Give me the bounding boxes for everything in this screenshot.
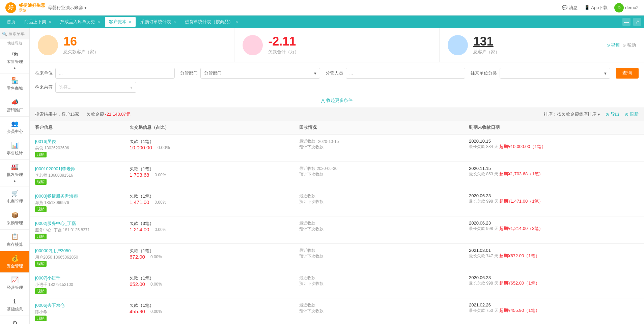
operations-icon: 📈: [11, 276, 19, 284]
nav-expand-btn[interactable]: ⤢: [633, 18, 641, 26]
debt-cell-7: 欠款（1笔） 455.90 0.00%: [130, 302, 299, 314]
unit-category-input[interactable]: ▾: [500, 68, 610, 79]
customer-phone: 李老师 18600391516: [35, 173, 130, 178]
ecommerce-icon: 🛒: [11, 190, 19, 197]
customer-cell-6: [0007]小进千 小进千 18279152100 现销: [35, 275, 130, 294]
return-cell-7: 最近收款 预计下次收款: [299, 302, 469, 314]
export-btn[interactable]: ⊙ 导出: [606, 111, 619, 117]
sidebar-search[interactable]: 🔍 搜索菜单: [0, 28, 29, 39]
stat-info-amount: -2.11 欠款合计（万）: [268, 35, 299, 55]
help-btn[interactable]: ⊙ 帮助: [622, 42, 636, 48]
customer-cell-2: [0001020001]李老师 李老师 18600391516 现销: [35, 166, 130, 185]
message-btn[interactable]: 💬 消息: [562, 5, 578, 11]
collapse-filters-btn[interactable]: ⋀ 收起更多条件: [35, 96, 639, 105]
sidebar-item-finance[interactable]: 💰 资金管理: [0, 251, 29, 273]
dept-input[interactable]: 分管部门 ▾: [200, 68, 320, 79]
sidebar-item-inventory[interactable]: 📋 库存核算: [0, 230, 29, 251]
stats-icon: 📊: [11, 142, 19, 149]
customer-cell-1: [0016]吴俊 吴俊 13026203696 现销: [35, 139, 130, 157]
tab-production-history[interactable]: 产成品入库单历史 ✕: [56, 17, 104, 27]
overdue-days: 最长欠款 884 天: [469, 144, 498, 149]
finance-icon: 💰: [11, 255, 19, 262]
customer-cell-3: [0003]畅捷服务尹海燕 海燕 18513066976 现销: [35, 193, 130, 212]
debt-cell-2: 欠款（1笔） 1,703.68 0.00%: [130, 166, 299, 178]
sidebar-item-system[interactable]: ⚙ 系统管理: [0, 316, 29, 324]
sort-selector[interactable]: 排序：按欠款金额倒序排序 ▾: [544, 111, 600, 117]
overdue-cell-5: 2021.03.01 最长欠款 747 天 超期¥672.00（1笔）: [469, 248, 639, 259]
stat-label-total: 总客户（家）: [473, 49, 500, 55]
chevron-down-icon: ▾: [598, 112, 600, 117]
person-label: 分管人员: [326, 70, 343, 76]
debt-cell-3: 欠款（1笔） 1,471.00 0.00%: [130, 193, 299, 205]
customer-name-link[interactable]: [0001020001]李老师: [35, 166, 75, 171]
filter-unit-category: 往来单位分类 ▾: [471, 68, 610, 79]
source-unit-input[interactable]: ...: [55, 68, 175, 79]
svg-rect-5: [460, 43, 463, 50]
stat-card-amount: -2.11 欠款合计（万）: [234, 28, 439, 62]
return-cell-4: 最近收款 预计下次收款: [299, 220, 469, 232]
customer-phone: 服务中心_丁磊 181 0125 8371: [35, 227, 130, 233]
customer-cell-5: [000002]用户2050 用户2050 18665062050 现销: [35, 248, 130, 267]
sidebar: 🔍 搜索菜单 快捷导航 🛍 零售管理 ▲ 🏪 零售商城 📣 营销推广 👥 会员中…: [0, 28, 30, 324]
chevron-down-icon: ▾: [130, 85, 133, 90]
export-icon: ⊙: [606, 112, 609, 117]
table-row: [0007]小进千 小进千 18279152100 现销 欠款（1笔） 652.…: [30, 271, 644, 298]
mall-icon: 🏪: [11, 77, 19, 84]
close-icon[interactable]: ✕: [97, 20, 100, 24]
debt-cell-5: 欠款（1笔） 672.00 0.00%: [130, 248, 299, 260]
stat-label-customers: 总欠款客户（家）: [63, 49, 99, 55]
close-icon[interactable]: ✕: [129, 20, 132, 24]
close-icon[interactable]: ✕: [173, 20, 176, 24]
refresh-btn[interactable]: ⊙ 刷新: [625, 111, 639, 117]
app-download-btn[interactable]: 📱 App下载: [584, 5, 608, 11]
table-header: 客户信息 欠交易信息（占比） 回收情况 到期未收款日期: [30, 121, 644, 135]
customer-name-link[interactable]: [0002]服务中心_丁磊: [35, 221, 76, 226]
user-area[interactable]: D demo2: [614, 3, 639, 12]
sidebar-item-retail-mgmt[interactable]: 🛍 零售管理 ▲: [0, 47, 29, 73]
stat-card-actions: ⊙ 视频 ⊙ 帮助: [607, 42, 636, 48]
sidebar-item-retail-stats[interactable]: 📊 零售统计: [0, 138, 29, 160]
customer-phone: 用户2050 18665062050: [35, 255, 130, 260]
svg-point-0: [45, 40, 51, 47]
customer-name-link[interactable]: [0007]小进千: [35, 275, 60, 281]
tab-customer-account[interactable]: 客户账本 ✕: [105, 17, 136, 27]
logo-area: 好 畅捷通好生意 示范 母婴行业演示账套 ▾: [5, 2, 87, 13]
view-video-btn[interactable]: ⊙ 视频: [607, 42, 620, 48]
close-icon[interactable]: ✕: [235, 20, 238, 24]
overdue-cell-3: 2020.06.23 最长欠款 998 天 超期¥1,471.00（1笔）: [469, 193, 639, 204]
sidebar-item-ecommerce[interactable]: 🛒 电商管理: [0, 186, 29, 208]
sidebar-item-mall[interactable]: 🏪 零售商城: [0, 73, 29, 95]
sidebar-item-purchase[interactable]: 📦 采购管理: [0, 208, 29, 230]
tab-home[interactable]: 首页: [3, 17, 20, 27]
customer-name-link[interactable]: [0006]去下粮仓: [35, 303, 65, 308]
sidebar-item-basic-info[interactable]: ℹ 基础信息: [0, 294, 29, 316]
chevron-up-icon: ⋀: [321, 98, 325, 103]
customer-name-link[interactable]: [000002]用户2050: [35, 248, 71, 253]
balance-select[interactable]: 选择... ▾: [55, 82, 136, 93]
svg-rect-3: [453, 42, 457, 50]
tab-incoming-stats[interactable]: 进货单统计表（按商品） ✕: [181, 17, 242, 27]
filter-row-1: 往来单位 ... 分管部门 分管部门 ▾ 分管人员 ... 往来单位分类: [35, 68, 639, 79]
table-row: [0001020001]李老师 李老师 18600391516 现销 欠款（1笔…: [30, 162, 644, 189]
customer-name-link[interactable]: [0003]畅捷服务尹海燕: [35, 194, 78, 199]
filter-balance: 往来余额 选择... ▾: [35, 82, 136, 93]
sidebar-item-wholesale[interactable]: 🏭 批发管理 ▲: [0, 160, 29, 186]
tab-product-status[interactable]: 商品上下架 ✕: [20, 17, 55, 27]
sidebar-item-members[interactable]: 👥 会员中心: [0, 117, 29, 138]
sidebar-quick-nav[interactable]: 快捷导航: [0, 39, 29, 47]
nav-collapse-btn[interactable]: —: [622, 18, 631, 26]
person-input[interactable]: ...: [346, 68, 465, 79]
filter-dept: 分管部门 分管部门 ▾: [180, 68, 320, 79]
tab-purchase-stats[interactable]: 采购订单统计表 ✕: [136, 17, 180, 27]
customer-tag: 现销: [35, 261, 47, 267]
customer-name-link[interactable]: [0016]吴俊: [35, 139, 56, 144]
sidebar-item-marketing[interactable]: 📣 营销推广: [0, 95, 29, 117]
search-button[interactable]: 查询: [616, 68, 639, 79]
system-icon: ⚙: [12, 319, 18, 324]
sidebar-item-operations[interactable]: 📈 经营管理: [0, 273, 29, 294]
customer-tag: 现销: [35, 316, 47, 321]
close-icon[interactable]: ✕: [48, 20, 51, 24]
th-overdue: 到期未收款日期: [469, 124, 639, 130]
store-selector[interactable]: 母婴行业演示账套 ▾: [48, 5, 87, 11]
results-header: 搜索结果中，客户16家 欠款金额 -21,148.07元 排序：按欠款金额倒序排…: [30, 108, 644, 121]
